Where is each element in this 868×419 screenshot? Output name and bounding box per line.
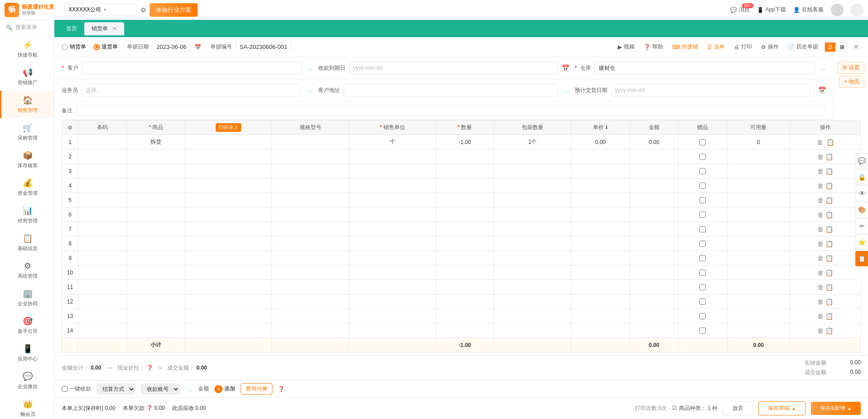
gift-checkbox[interactable] xyxy=(699,197,706,203)
date-value[interactable]: 2023-06-06 xyxy=(152,42,191,52)
sidebar-item-app-center[interactable]: 📱 应用中心 xyxy=(0,339,54,367)
row-gift[interactable] xyxy=(679,135,727,149)
copy-btn[interactable]: 📋 xyxy=(825,298,833,305)
delete-btn[interactable]: 🗑 xyxy=(817,168,824,175)
delete-btn[interactable]: 🗑 xyxy=(817,269,824,276)
row-spec[interactable] xyxy=(272,135,349,149)
gift-checkbox[interactable] xyxy=(699,183,706,189)
gift-checkbox[interactable] xyxy=(699,139,706,145)
product-kind[interactable]: ☑ 商品种类： 1 种 xyxy=(672,405,718,412)
delete-btn[interactable]: 🗑 xyxy=(817,153,824,160)
tab-home[interactable]: 首页 xyxy=(59,22,84,35)
sidebar-item-marketing[interactable]: 📢 营销推广 xyxy=(0,63,54,91)
toolbar-shortcut-btn[interactable]: ⌨ 快捷键 xyxy=(669,42,701,52)
gift-checkbox[interactable] xyxy=(699,154,706,160)
payment-account-select[interactable]: 收款账号 xyxy=(141,384,180,395)
trial-button[interactable]: 体验行业方案 xyxy=(150,3,198,17)
customer-address-input[interactable] xyxy=(344,84,558,96)
toolbar-operate-btn[interactable]: ⚙ 操作 xyxy=(758,42,781,52)
scan-button[interactable]: 扫码录入 xyxy=(216,123,241,132)
copy-btn[interactable]: 📋 xyxy=(825,255,833,262)
gift-checkbox[interactable] xyxy=(699,168,706,174)
copy-btn[interactable]: 📋 xyxy=(825,269,833,276)
form-close-btn[interactable]: ✕ xyxy=(851,43,861,51)
payment-method-select[interactable]: 结算方式 xyxy=(97,384,136,395)
gift-checkbox[interactable] xyxy=(699,255,706,261)
save-new-button[interactable]: 保存&新增 ▲ xyxy=(811,402,861,415)
logistics-button[interactable]: + 物流 xyxy=(839,76,864,88)
copy-btn[interactable]: 📋 xyxy=(825,313,833,320)
avatar[interactable] xyxy=(831,4,844,16)
delete-btn[interactable]: 🗑 xyxy=(817,226,824,233)
settings-button[interactable]: ⚙ 设置 xyxy=(837,62,864,74)
add-payment-btn[interactable]: + xyxy=(214,385,223,393)
radio-sales[interactable]: 销货单 xyxy=(62,43,86,51)
row-barcode[interactable] xyxy=(78,135,127,149)
copy-btn[interactable]: 📋 xyxy=(825,284,833,291)
one-click-checkbox[interactable] xyxy=(62,386,68,392)
gift-checkbox[interactable] xyxy=(699,299,706,305)
radio-return[interactable]: 退货单 xyxy=(93,43,118,51)
view-grid-btn[interactable]: ⊞ xyxy=(837,42,848,52)
warehouse-dots[interactable]: … xyxy=(820,65,826,71)
company-selector[interactable]: XXXXXX公司 ▼ xyxy=(64,4,137,16)
delete-btn[interactable]: 🗑 xyxy=(817,211,824,218)
copy-btn[interactable]: 📋 xyxy=(825,327,833,334)
row-pkg-qty[interactable]: 1个 xyxy=(494,135,571,149)
delivery-date-calendar-icon[interactable]: 📅 xyxy=(818,87,826,94)
message-btn[interactable]: 💬 消息 99+ xyxy=(730,6,750,14)
remarks-input[interactable] xyxy=(76,105,826,116)
delete-btn[interactable]: 🗑 xyxy=(817,240,824,247)
th-gear[interactable]: ⚙ xyxy=(62,120,78,135)
sidebar-item-enterprise[interactable]: 🏢 企业协同 xyxy=(0,284,54,312)
gift-checkbox[interactable] xyxy=(699,327,706,334)
view-list-btn[interactable]: ☰ xyxy=(824,42,836,52)
gift-checkbox[interactable] xyxy=(699,212,706,218)
float-lock-btn[interactable]: 🔒 xyxy=(855,169,868,185)
online-service-btn[interactable]: 👤 在线客服 xyxy=(793,6,824,14)
copy-btn[interactable]: 📋 xyxy=(825,182,833,189)
payment-dots[interactable]: … xyxy=(187,386,193,392)
float-star-btn[interactable]: ⭐ xyxy=(855,235,868,250)
expense-split-btn[interactable]: 费用分摊 xyxy=(241,383,272,395)
copy-btn[interactable]: 📋 xyxy=(825,226,833,233)
delete-btn[interactable]: 🗑 xyxy=(817,298,824,305)
toolbar-select-btn[interactable]: ☰ 选单 xyxy=(704,42,727,52)
sidebar-item-quick-nav[interactable]: ⚡ 快捷导航 xyxy=(0,35,54,63)
sidebar-item-member[interactable]: 👑 畅会员 xyxy=(0,395,54,419)
save-draft-button[interactable]: 保存草稿 ▲ xyxy=(758,401,805,415)
sidebar-item-inventory[interactable]: 📦 库存核算 xyxy=(0,146,54,173)
row-product[interactable]: 拆货 xyxy=(127,135,185,149)
sidebar-item-wechat[interactable]: 💬 企业微信 xyxy=(0,367,54,395)
row-unit-price[interactable]: 0.00 xyxy=(571,135,630,149)
sidebar-item-purchase[interactable]: 🛒 采购管理 xyxy=(0,118,54,146)
settings-icon[interactable]: ⚙ xyxy=(137,4,150,16)
row-amount[interactable]: 0.00 xyxy=(630,135,678,149)
app-download-btn[interactable]: 📱 App下载 xyxy=(757,6,786,14)
copy-btn[interactable]: 📋 xyxy=(826,139,834,146)
toolbar-print-btn[interactable]: 🖨 打印 xyxy=(731,42,755,52)
copy-btn[interactable]: 📋 xyxy=(825,197,833,204)
copy-btn[interactable]: 📋 xyxy=(825,168,833,175)
row-unit[interactable]: 个 xyxy=(349,135,436,149)
expense-help-icon[interactable]: ❓ xyxy=(278,386,285,392)
sidebar-item-finance[interactable]: 💰 资金管理 xyxy=(0,173,54,201)
copy-btn[interactable]: 📋 xyxy=(825,240,833,247)
date-calendar-icon[interactable]: 📅 xyxy=(194,44,201,50)
copy-btn[interactable]: 📋 xyxy=(825,211,833,218)
delivery-date-input[interactable]: yyyy-mm-dd xyxy=(611,84,815,96)
payment-due-input[interactable]: yyyy-mm-dd xyxy=(349,62,558,74)
gift-checkbox[interactable] xyxy=(699,313,706,319)
tab-close-icon[interactable]: ✕ xyxy=(112,25,117,32)
gift-checkbox[interactable] xyxy=(699,241,706,247)
salesperson-dots[interactable]: … xyxy=(307,87,313,93)
copy-btn[interactable]: 📋 xyxy=(825,153,833,160)
float-edit-btn[interactable]: ✏ xyxy=(855,218,868,234)
sidebar-item-sales[interactable]: 🏠 销售管理 xyxy=(0,91,54,118)
warehouse-input[interactable]: 建材仓 xyxy=(595,62,815,74)
sidebar-item-system[interactable]: ⚙ 系统管理 xyxy=(0,256,54,284)
th-scan[interactable]: 扫码录入 xyxy=(185,120,272,135)
tab-sales-order[interactable]: 销货单 ✕ xyxy=(84,22,124,35)
sidebar-item-guide[interactable]: 🎯 新手引导 xyxy=(0,312,54,339)
toolbar-video-btn[interactable]: ▶ 视频 xyxy=(615,42,637,52)
